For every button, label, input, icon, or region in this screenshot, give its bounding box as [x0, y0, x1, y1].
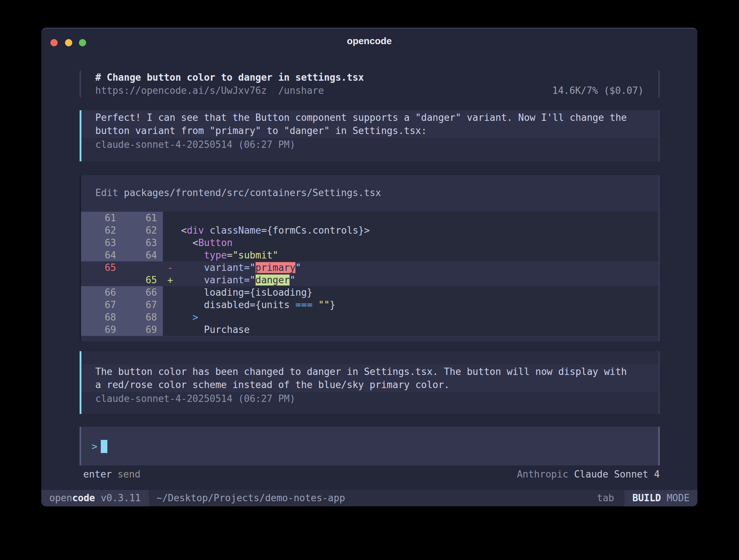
- new-line-number: 65: [122, 274, 163, 286]
- assistant-message: Perfect! I can see that the Button compo…: [80, 110, 660, 161]
- provider-label: Anthropic: [517, 469, 574, 480]
- old-line-number: [81, 274, 122, 286]
- diff-view: 61616262<div className={formCs.controls}…: [81, 212, 658, 336]
- code-line: [177, 212, 658, 224]
- window-titlebar: opencode: [41, 28, 697, 55]
- app-name-open: open: [49, 492, 72, 503]
- send-hint: enter send: [83, 468, 141, 481]
- code-line: <Button: [177, 237, 658, 249]
- old-line-number: 67: [81, 299, 122, 311]
- hint-row: enter send Anthropic Claude Sonnet 4: [83, 468, 660, 481]
- old-line-number: 62: [81, 224, 122, 237]
- code-line: disabled={units === ""}: [177, 299, 658, 311]
- diff-row: 6767 disabled={units === ""}: [81, 299, 658, 311]
- diff-marker: +: [163, 274, 177, 286]
- code-line: loading={isLoading}: [177, 286, 658, 299]
- new-line-number: [122, 261, 163, 274]
- session-title: # Change button color to danger in setti…: [95, 71, 658, 84]
- diff-row: 6363 <Button: [81, 237, 658, 249]
- app-name-code: code: [72, 492, 95, 503]
- message-line: The button color has been changed to dan…: [81, 365, 658, 378]
- diff-marker: [163, 224, 177, 237]
- code-line: <div className={formCs.controls}>: [177, 224, 658, 237]
- tool-action-label: Edit: [95, 187, 124, 198]
- diff-row: 65- variant="primary": [81, 261, 658, 274]
- message-meta: claude-sonnet-4-20250514 (06:27 PM): [81, 392, 658, 405]
- status-bar: opencode v0.3.11 ~/Desktop/Projects/demo…: [41, 490, 697, 506]
- text-cursor: [101, 440, 107, 453]
- prompt-symbol: >: [92, 440, 97, 453]
- prompt-line: >: [92, 440, 658, 453]
- message-line: button variant from "primary" to "danger…: [81, 124, 658, 137]
- diff-marker: -: [163, 261, 177, 274]
- diff-marker: [163, 299, 177, 311]
- mode-badge: BUILD MODE: [624, 490, 697, 506]
- diff-marker: [163, 212, 177, 224]
- app-version: v0.3.11: [95, 492, 141, 503]
- new-line-number: 68: [122, 311, 163, 323]
- hint-gap: [112, 469, 118, 480]
- working-directory: ~/Desktop/Projects/demo-notes-app: [149, 490, 597, 506]
- old-line-number: 69: [81, 323, 122, 336]
- window-title: opencode: [41, 35, 697, 47]
- diff-row: 6464 type="submit": [81, 249, 658, 261]
- prompt-input[interactable]: >: [80, 427, 660, 465]
- session-header: # Change button color to danger in setti…: [80, 71, 660, 97]
- diff-row: 6868 >: [81, 311, 658, 323]
- old-line-number: 68: [81, 311, 122, 323]
- message-paragraph: The button color has been changed to dan…: [81, 364, 658, 392]
- code-line: Purchase: [177, 323, 658, 336]
- diff-marker: [163, 249, 177, 261]
- share-url[interactable]: https://opencode.ai/s/UwJxv76z: [95, 85, 267, 96]
- tool-header: Edit packages/frontend/src/containers/Se…: [81, 186, 658, 199]
- edit-tool-call: Edit packages/frontend/src/containers/Se…: [80, 175, 660, 341]
- new-line-number: 64: [122, 249, 163, 261]
- new-line-number: 61: [122, 212, 163, 224]
- code-line: >: [177, 311, 658, 323]
- old-line-number: 61: [81, 212, 122, 224]
- diff-row: 6262<div className={formCs.controls}>: [81, 224, 658, 237]
- mode-suffix: MODE: [661, 492, 689, 503]
- old-line-number: 63: [81, 237, 122, 249]
- code-line: type="submit": [177, 249, 658, 261]
- new-line-number: 67: [122, 299, 163, 311]
- new-line-number: 62: [122, 224, 163, 237]
- diff-marker: [163, 237, 177, 249]
- message-line: a red/rose color scheme instead of the b…: [81, 378, 658, 391]
- enter-key-hint: enter: [83, 469, 112, 480]
- diff-marker: [163, 311, 177, 323]
- code-line: variant="danger": [177, 274, 658, 286]
- new-line-number: 63: [122, 237, 163, 249]
- tab-key-hint[interactable]: tab: [597, 490, 624, 506]
- share-url-gap: [267, 85, 278, 96]
- token-cost-stats: 14.6K/7% ($0.07): [552, 84, 644, 97]
- assistant-message: The button color has been changed to dan…: [80, 351, 660, 414]
- new-line-number: 66: [122, 286, 163, 299]
- send-action-hint: send: [118, 469, 141, 480]
- message-paragraph: Perfect! I can see that the Button compo…: [81, 110, 658, 138]
- message-line: Perfect! I can see that the Button compo…: [81, 111, 658, 124]
- model-label: Claude Sonnet 4: [574, 469, 660, 480]
- model-indicator: Anthropic Claude Sonnet 4: [517, 468, 660, 481]
- old-line-number: 66: [81, 286, 122, 299]
- diff-row: 6161: [81, 212, 658, 224]
- mode-name: BUILD: [632, 492, 661, 503]
- terminal-window: opencode # Change button color to danger…: [41, 28, 697, 506]
- diff-row: 6969 Purchase: [81, 323, 658, 336]
- app-version-segment: opencode v0.3.11: [41, 490, 149, 506]
- message-meta: claude-sonnet-4-20250514 (06:27 PM): [81, 138, 658, 151]
- diff-row: 6666 loading={isLoading}: [81, 286, 658, 299]
- code-line: variant="primary": [177, 261, 658, 274]
- unshare-command: /unshare: [278, 85, 324, 96]
- new-line-number: 69: [122, 323, 163, 336]
- old-line-number: 64: [81, 249, 122, 261]
- diff-marker: [163, 286, 177, 299]
- old-line-number: 65: [81, 261, 122, 274]
- diff-row: 65+ variant="danger": [81, 274, 658, 286]
- diff-marker: [163, 323, 177, 336]
- tool-file-path: packages/frontend/src/containers/Setting…: [124, 187, 381, 198]
